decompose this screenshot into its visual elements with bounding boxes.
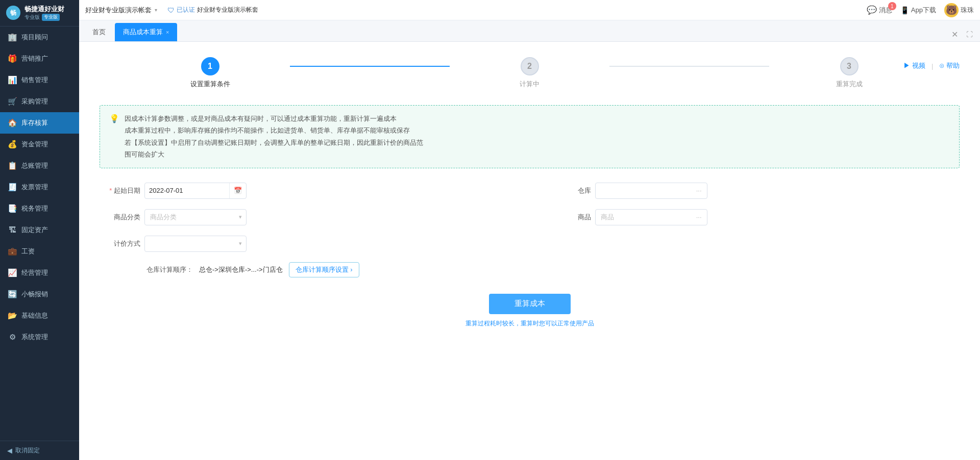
step-1: 1 设置重算条件 — [130, 57, 290, 89]
tab-close-icon[interactable]: × — [166, 29, 169, 35]
step-1-label: 设置重算条件 — [190, 80, 230, 89]
form-row-2: 商品分类 商品分类 ▾ 商品 商品 ··· — [100, 209, 960, 225]
category-select[interactable]: 商品分类 ▾ — [144, 209, 247, 225]
invoice-icon: 🧾 — [7, 182, 17, 192]
window-expand-button[interactable]: ⛶ — [964, 29, 975, 40]
start-date-field: * 起始日期 2022-07-01 📅 — [100, 183, 530, 199]
sidebar-item-label: 总账管理 — [21, 161, 48, 170]
expense-icon: 🔄 — [7, 289, 17, 299]
tab-cost-recalc[interactable]: 商品成本重算 × — [115, 23, 177, 41]
warehouse-input[interactable]: ··· — [595, 183, 707, 199]
sidebar-item-label: 固定资产 — [21, 225, 48, 235]
marketing-icon: 🎁 — [7, 54, 17, 64]
unpin-label: 取消固定 — [15, 446, 40, 455]
sidebar-item-invoice[interactable]: 🧾 发票管理 — [0, 176, 79, 198]
submit-hint: 重算过程耗时较长，重算时您可以正常使用产品 — [465, 319, 594, 328]
sidebar-item-label: 销售管理 — [21, 75, 48, 85]
sidebar-item-fixed-assets[interactable]: 🏗 固定资产 — [0, 219, 79, 241]
sidebar-item-finance[interactable]: 💰 资金管理 — [0, 134, 79, 155]
warehouse-order-label: 仓库计算顺序： — [146, 265, 193, 274]
message-button[interactable]: 💬 消息 1 — [867, 5, 892, 15]
notice-icon: 💡 — [109, 114, 119, 161]
sidebar-item-label: 基础信息 — [21, 311, 48, 320]
step-1-circle: 1 — [201, 57, 219, 75]
sidebar-item-system[interactable]: ⚙ 系统管理 — [0, 326, 79, 348]
pricing-chevron-icon: ▾ — [239, 240, 242, 247]
sidebar-item-expense[interactable]: 🔄 小畅报销 — [0, 284, 79, 305]
category-placeholder: 商品分类 — [150, 213, 239, 222]
sidebar-item-label: 小畅报销 — [21, 290, 48, 299]
warehouse-settings-label: 仓库计算顺序设置 › — [296, 265, 353, 274]
sidebar-item-label: 系统管理 — [21, 333, 48, 342]
content-area: 1 设置重算条件 2 计算中 3 重算完成 — [79, 42, 980, 460]
step-3-num: 3 — [847, 62, 851, 71]
form-row-1: * 起始日期 2022-07-01 📅 仓库 ··· — [100, 183, 960, 199]
app-download-label: App下载 — [911, 6, 936, 15]
warehouse-order-settings-button[interactable]: 仓库计算顺序设置 › — [289, 262, 359, 277]
sidebar-item-accounting[interactable]: 📋 总账管理 — [0, 155, 79, 176]
goods-input[interactable]: 商品 ··· — [595, 209, 707, 225]
sidebar-item-basic[interactable]: 📂 基础信息 — [0, 305, 79, 326]
notice-text: 因成本计算参数调整，或是对商品成本有疑问时，可以通过成本重算功能，重新计算一遍成… — [125, 113, 423, 161]
warehouse-label: 仓库 — [530, 186, 591, 195]
help-links: ▶ 视频 | ⊙ 帮助 — [903, 61, 960, 70]
sidebar-logo: 畅 畅捷通好业财 专业版 专业版 — [0, 0, 79, 27]
calendar-icon[interactable]: 📅 — [229, 183, 246, 198]
step-3-circle: 3 — [840, 57, 859, 75]
app-download-button[interactable]: 📱 App下载 — [900, 6, 936, 15]
tab-home-label: 首页 — [92, 28, 106, 37]
sidebar-item-label: 发票管理 — [21, 183, 48, 192]
window-close-button[interactable]: ✕ — [949, 28, 960, 41]
goods-placeholder: 商品 — [601, 213, 696, 222]
sidebar-unpin-button[interactable]: ◀ 取消固定 — [0, 441, 79, 460]
topbar-right-section: 💬 消息 1 📱 App下载 🐻 珠珠 — [867, 3, 974, 17]
warehouse-order-row: 仓库计算顺序： 总仓->深圳仓库->...->门店仓 仓库计算顺序设置 › — [100, 262, 960, 277]
sidebar-item-label: 税务管理 — [21, 204, 48, 213]
start-date-value: 2022-07-01 — [145, 187, 229, 194]
sidebar-item-marketing[interactable]: 🎁 营销推广 — [0, 48, 79, 69]
recalculate-label: 重算成本 — [514, 299, 545, 308]
sidebar-item-label: 资金管理 — [21, 140, 48, 149]
account-selector[interactable]: 好业财专业版演示帐套 ▾ — [85, 6, 157, 15]
sidebar: 畅 畅捷通好业财 专业版 专业版 🏢 项目顾问 🎁 营销推广 📊 销售管理 🛒 … — [0, 0, 79, 460]
pricing-field: 计价方式 ▾ — [100, 236, 530, 252]
message-icon: 💬 — [867, 5, 877, 15]
pricing-select[interactable]: ▾ — [144, 236, 247, 252]
tab-home[interactable]: 首页 — [84, 23, 114, 41]
topbar-account-section: 好业财专业版演示帐套 ▾ 🛡 已认证 好业财专业版演示帐套 — [85, 6, 867, 15]
sidebar-item-operations[interactable]: 📈 经营管理 — [0, 262, 79, 284]
step-1-num: 1 — [208, 62, 212, 71]
sidebar-item-inventory[interactable]: 🏠 库存核算 — [0, 112, 79, 134]
basic-icon: 📂 — [7, 311, 17, 321]
help-link[interactable]: ⊙ 帮助 — [939, 61, 960, 70]
app-edition: 专业版 — [24, 14, 40, 20]
sidebar-item-purchase[interactable]: 🛒 采购管理 — [0, 91, 79, 112]
avatar: 🐻 — [944, 3, 959, 17]
app-logo-text: 畅捷通好业财 专业版 专业版 — [24, 5, 64, 21]
sidebar-item-sales[interactable]: 📊 销售管理 — [0, 69, 79, 91]
user-avatar-button[interactable]: 🐻 珠珠 — [944, 3, 974, 17]
unpin-icon: ◀ — [7, 447, 12, 454]
sidebar-item-label: 经营管理 — [21, 268, 48, 277]
sidebar-item-label: 项目顾问 — [21, 33, 48, 42]
step-connector-1 — [290, 66, 450, 67]
sidebar-nav: 🏢 项目顾问 🎁 营销推广 📊 销售管理 🛒 采购管理 🏠 库存核算 💰 资金管… — [0, 27, 79, 441]
sidebar-item-tax[interactable]: 📑 税务管理 — [0, 198, 79, 219]
form-row-3: 计价方式 ▾ — [100, 236, 960, 252]
sidebar-item-salary[interactable]: 💼 工资 — [0, 241, 79, 262]
start-date-input[interactable]: 2022-07-01 📅 — [144, 183, 247, 199]
avatar-emoji: 🐻 — [946, 5, 957, 16]
form-section: * 起始日期 2022-07-01 📅 仓库 ··· 商品分 — [100, 183, 960, 277]
shield-icon: 🛡 — [167, 6, 175, 14]
step-2-label: 计算中 — [520, 80, 540, 89]
warehouse-dots: ··· — [696, 187, 702, 194]
account-name: 好业财专业版演示帐套 — [85, 6, 152, 15]
video-link[interactable]: ▶ 视频 — [903, 61, 925, 70]
main-content: 好业财专业版演示帐套 ▾ 🛡 已认证 好业财专业版演示帐套 💬 消息 1 📱 A… — [79, 0, 980, 460]
warehouse-order-content: 仓库计算顺序： 总仓->深圳仓库->...->门店仓 仓库计算顺序设置 › — [146, 262, 359, 277]
sidebar-item-project[interactable]: 🏢 项目顾问 — [0, 27, 79, 48]
step-2-circle: 2 — [521, 57, 539, 75]
project-icon: 🏢 — [7, 32, 17, 42]
message-badge: 1 — [888, 2, 896, 10]
recalculate-button[interactable]: 重算成本 — [489, 294, 571, 314]
